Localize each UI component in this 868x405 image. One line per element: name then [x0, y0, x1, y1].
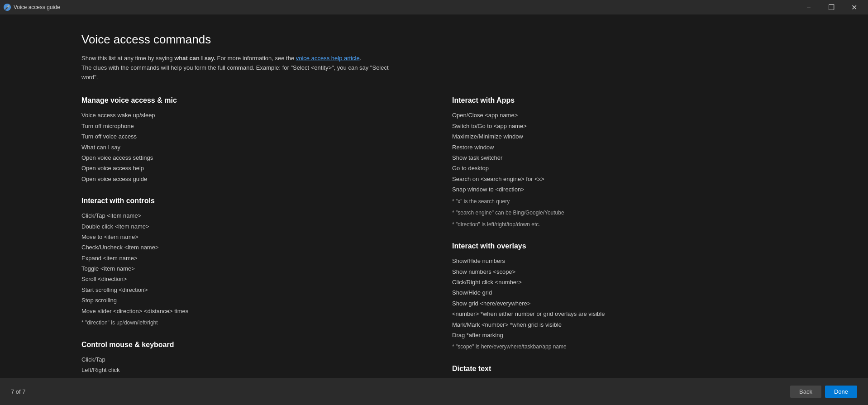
list-item: Drag *after marking [452, 330, 787, 340]
command-list-interact-apps: Open/Close <app name> Switch to/Go to <a… [452, 110, 787, 229]
intro-text-2: For more information, see the [215, 55, 296, 62]
list-item: Search on <search engine> for <x> [452, 174, 787, 184]
list-item: Move slider <direction> <distance> times [81, 306, 416, 316]
list-item: Show grid <here/everywhere> [452, 298, 787, 309]
section-title-control-mouse: Control mouse & keyboard [81, 341, 416, 349]
nav-buttons: Back Done [790, 386, 857, 398]
list-item: Turn off microphone [81, 121, 416, 131]
section-manage-voice: Manage voice access & mic Voice access w… [81, 96, 416, 184]
section-interact-apps: Interact with Apps Open/Close <app name>… [452, 96, 787, 229]
list-item: What can I say [81, 142, 416, 152]
section-interact-controls: Interact with controls Click/Tap <item n… [81, 197, 416, 328]
list-item: Move to <item name> [81, 232, 416, 242]
list-item: Double click <item name> [81, 221, 416, 232]
list-item: Open voice access guide [81, 174, 416, 184]
section-title-manage-voice: Manage voice access & mic [81, 96, 416, 105]
left-column: Manage voice access & mic Voice access w… [81, 96, 416, 405]
list-item: Mark/Mark <number> *when grid is visible [452, 319, 787, 330]
bottom-bar: 7 of 7 Back Done [0, 378, 868, 405]
list-item: Open voice access help [81, 163, 416, 173]
list-item: Click/Tap <item name> [81, 210, 416, 221]
section-title-interact-overlays: Interact with overlays [452, 242, 787, 250]
list-item: Restore window [452, 142, 787, 152]
list-item-note: * "scope" is here/everywhere/taskbar/app… [452, 342, 787, 352]
command-list-interact-controls: Click/Tap <item name> Double click <item… [81, 210, 416, 328]
app-icon: 🎤 [4, 4, 11, 11]
list-item: Show/Hide grid [452, 287, 787, 298]
list-item: Voice access wake up/sleep [81, 110, 416, 120]
list-item: Check/Uncheck <item name> [81, 242, 416, 253]
list-item: Show numbers <scope> [452, 267, 787, 277]
list-item: Turn off voice access [81, 131, 416, 142]
list-item: Start scrolling <direction> [81, 285, 416, 295]
restore-button[interactable]: ❐ [821, 0, 842, 14]
help-article-link[interactable]: voice access help article [296, 55, 360, 62]
right-column: Interact with Apps Open/Close <app name>… [452, 96, 787, 405]
list-item-note: * "direction" is left/right/top/down etc… [452, 220, 787, 230]
list-item: Open voice access settings [81, 152, 416, 163]
section-title-interact-apps: Interact with Apps [452, 96, 787, 105]
window-controls: − ❐ ✕ [798, 0, 864, 14]
command-list-interact-overlays: Show/Hide numbers Show numbers <scope> C… [452, 256, 787, 352]
list-item: Click/Right click <number> [452, 277, 787, 287]
main-content: Voice access commands Show this list at … [0, 14, 868, 405]
section-interact-overlays: Interact with overlays Show/Hide numbers… [452, 242, 787, 352]
close-button[interactable]: ✕ [844, 0, 864, 14]
list-item: Toggle <item name> [81, 263, 416, 274]
page-indicator: 7 of 7 [11, 388, 26, 395]
list-item: Show/Hide numbers [452, 256, 787, 266]
intro-bold: what can I say. [174, 55, 215, 62]
command-list-manage-voice: Voice access wake up/sleep Turn off micr… [81, 110, 416, 184]
list-item: Click/Tap [81, 354, 416, 365]
window-title: Voice access guide [14, 4, 798, 10]
section-title-interact-controls: Interact with controls [81, 197, 416, 205]
list-item: Show task switcher [452, 152, 787, 163]
minimize-button[interactable]: − [798, 0, 819, 14]
intro-text-1: Show this list at any time by saying [81, 55, 174, 62]
list-item: Stop scrolling [81, 295, 416, 305]
commands-columns: Manage voice access & mic Voice access w… [81, 96, 787, 405]
done-button[interactable]: Done [825, 386, 857, 398]
intro-paragraph: Show this list at any time by saying wha… [81, 54, 398, 82]
list-item-note: * "search engine" can be Bing/Google/You… [452, 208, 787, 218]
list-item: Go to desktop [452, 163, 787, 173]
list-item: Left/Right click [81, 365, 416, 375]
intro-text-3: The clues with the commands will help yo… [81, 64, 389, 81]
list-item: Switch to/Go to <app name> [452, 121, 787, 131]
list-item: Scroll <direction> [81, 274, 416, 284]
list-item: Expand <item name> [81, 253, 416, 263]
title-bar: 🎤 Voice access guide − ❐ ✕ [0, 0, 868, 14]
list-item: Snap window to <direction> [452, 184, 787, 195]
page-title: Voice access commands [81, 33, 787, 47]
section-title-dictate-text: Dictate text [452, 365, 787, 373]
list-item: Maximize/Minimize window [452, 131, 787, 142]
list-item: Open/Close <app name> [452, 110, 787, 120]
list-item-note: * "direction" is up/down/left/right [81, 318, 416, 328]
back-button[interactable]: Back [790, 386, 821, 398]
list-item: <number> *when either number or grid ove… [452, 309, 787, 319]
list-item-note: * "x" is the search query [452, 197, 787, 207]
